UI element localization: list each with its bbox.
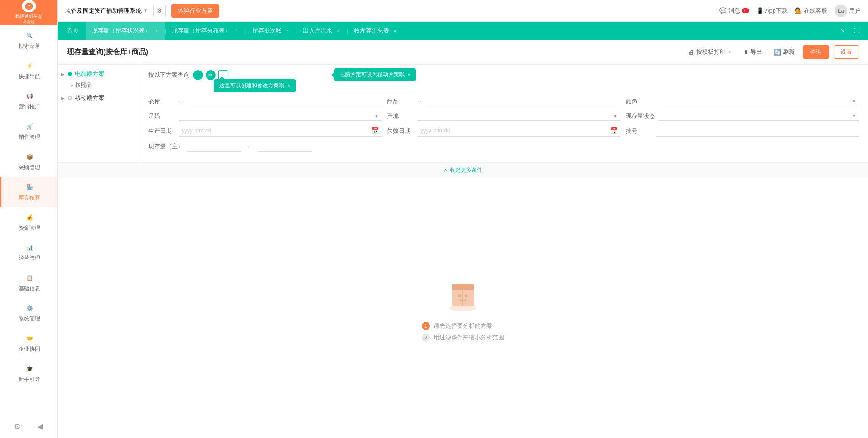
user-avatar: Ea bbox=[835, 5, 847, 17]
tab-close-inventory-dist[interactable]: × bbox=[233, 28, 240, 34]
schema-pc-header[interactable]: ▶ 电脑端方案 bbox=[58, 68, 139, 80]
step-1-num: 1 bbox=[422, 322, 430, 330]
app-download-label: App下载 bbox=[765, 7, 788, 15]
tab-inout-flow[interactable]: 出入库流水 × bbox=[297, 22, 347, 40]
logo-sub: 标准版 bbox=[23, 19, 35, 25]
edit-tooltip-text: 这里可以创建和修改方案哦 bbox=[219, 82, 284, 89]
empty-step-1: 1 请先选择要分析的方案 bbox=[422, 322, 504, 330]
app-download-action[interactable]: 📱 App下载 bbox=[756, 7, 788, 15]
filter-field-stock-qty: 现存量（主） — bbox=[148, 141, 859, 152]
tab-inventory-dist[interactable]: 现存量（库存分布表） × bbox=[166, 22, 245, 40]
pc-arrow-icon: ▶ bbox=[61, 72, 65, 77]
online-support-action[interactable]: 💁 在线客服 bbox=[795, 7, 827, 15]
sidebar: 畅捷通好生意 标准版 🔍 搜索菜单 ⚡ 快捷导航 📢 营销推广 🛒 销售管理 📦… bbox=[0, 0, 58, 438]
svg-point-5 bbox=[458, 294, 461, 297]
header-right: 💬 消息 6 📱 App下载 💁 在线客服 Ea 用户 bbox=[719, 5, 861, 17]
sidebar-item-basic[interactable]: 📋 基础信息 bbox=[0, 268, 57, 298]
finance-icon: 💰 bbox=[24, 212, 34, 222]
schema-mobile-header[interactable]: ▶ 移动端方案 bbox=[58, 92, 139, 104]
system-settings-btn[interactable]: ⚙ bbox=[153, 5, 166, 17]
operation-icon: 📊 bbox=[24, 243, 34, 253]
prod-date-from[interactable]: yyyy-mm-dd 📅 bbox=[179, 125, 382, 137]
filter-edit-btn[interactable]: ✏ bbox=[206, 70, 216, 80]
tab-home[interactable]: 首页 bbox=[60, 22, 86, 40]
sidebar-item-finance[interactable]: 💰 资金管理 bbox=[0, 207, 57, 237]
pc-group-label: 电脑端方案 bbox=[75, 70, 104, 78]
sidebar-nav: 🔍 搜索菜单 ⚡ 快捷导航 📢 营销推广 🛒 销售管理 📦 采购管理 🏪 库存核… bbox=[0, 25, 57, 414]
filter-schema-area: ▶ 电脑端方案 ▶ 按照品 ▶ 移动端方案 bbox=[58, 65, 868, 162]
sidebar-item-quick[interactable]: ⚡ 快捷导航 bbox=[0, 56, 57, 86]
sidebar-item-operation[interactable]: 📊 经营管理 bbox=[0, 237, 57, 268]
filter-field-batch: 批号 bbox=[626, 126, 859, 137]
filter-row-2: 尺码 ▼ 产地 ▼ bbox=[148, 112, 859, 121]
basic-icon: 📋 bbox=[24, 273, 34, 283]
filter-rows: 仓库 ··· 商品 ··· 颜色 bbox=[148, 96, 859, 152]
trial-button[interactable]: 体验行业方案 bbox=[171, 4, 219, 18]
schema-pc-sub: ▶ 按照品 bbox=[58, 80, 139, 90]
export-btn[interactable]: ⬆ 导出 bbox=[740, 46, 766, 58]
print-btn[interactable]: 🖨 按模板打印 ▼ bbox=[685, 46, 736, 58]
tab-batch-ledger[interactable]: 库存批次账 × bbox=[247, 22, 296, 40]
user-action[interactable]: Ea 用户 bbox=[835, 5, 861, 17]
empty-icon-wrapper bbox=[443, 274, 483, 316]
schema-tooltip-close-btn[interactable]: × bbox=[407, 72, 410, 78]
page-title-bar: 现存量查询(按仓库+商品) 🖨 按模板打印 ▼ ⬆ 导出 🔄 刷新 查询 设置 bbox=[58, 40, 868, 65]
warehouse-input[interactable] bbox=[189, 96, 382, 107]
origin-select[interactable]: ▼ bbox=[418, 112, 620, 121]
page-actions: 🖨 按模板打印 ▼ ⬆ 导出 🔄 刷新 查询 设置 bbox=[685, 45, 859, 59]
sidebar-item-system[interactable]: ⚙️ 系统管理 bbox=[0, 298, 57, 328]
collapse-bar[interactable]: ∧ 收起更多条件 bbox=[58, 162, 868, 178]
tab-receive-summary[interactable]: 收发存汇总表 × bbox=[349, 22, 404, 40]
tab-close-receive-summary[interactable]: × bbox=[392, 28, 398, 34]
export-icon: ⬆ bbox=[744, 49, 749, 56]
stock-status-select[interactable]: ▼ bbox=[659, 112, 859, 121]
collapse-sidebar-btn[interactable]: ◀ bbox=[34, 420, 47, 433]
sidebar-item-inventory[interactable]: 🏪 库存核算 bbox=[0, 177, 57, 207]
sidebar-item-enterprise[interactable]: 🤝 企业协同 bbox=[0, 328, 57, 358]
mobile-dot-icon bbox=[68, 96, 72, 100]
search-icon: 🔍 bbox=[24, 31, 34, 41]
tab-bar-right: × ⛶ bbox=[837, 25, 866, 36]
color-select[interactable]: ▼ bbox=[656, 97, 859, 106]
filter-field-size: 尺码 ▼ bbox=[148, 112, 382, 121]
setting-button[interactable]: 设置 bbox=[834, 45, 859, 59]
tab-bar: 首页 现存量（库存状况表） × | 现存量（库存分布表） × | 库存批次账 ×… bbox=[58, 22, 868, 40]
batch-input[interactable] bbox=[656, 126, 859, 137]
product-input[interactable] bbox=[427, 96, 620, 107]
tab-close-all-icon[interactable]: × bbox=[837, 25, 848, 36]
message-action[interactable]: 💬 消息 6 bbox=[719, 7, 749, 15]
settings-footer-btn[interactable]: ⚙ bbox=[11, 420, 24, 433]
sidebar-item-marketing[interactable]: 📢 营销推广 bbox=[0, 86, 57, 116]
tab-fullscreen-icon[interactable]: ⛶ bbox=[852, 25, 863, 36]
refresh-btn[interactable]: 🔄 刷新 bbox=[770, 46, 798, 58]
system-name: 装备及固定资产辅助管理系统 bbox=[65, 7, 142, 15]
filter-row-1: 仓库 ··· 商品 ··· 颜色 bbox=[148, 96, 859, 107]
filter-field-prod-date: 生产日期 yyyy-mm-dd 📅 bbox=[148, 125, 382, 137]
schema-panel: ▶ 电脑端方案 ▶ 按照品 ▶ 移动端方案 bbox=[58, 65, 139, 162]
quick-nav-icon: ⚡ bbox=[24, 61, 34, 71]
svg-point-0 bbox=[25, 2, 33, 10]
query-button[interactable]: 查询 bbox=[803, 45, 829, 59]
tab-inventory-status[interactable]: 现存量（库存状况表） × bbox=[86, 22, 165, 40]
tab-close-inventory-status[interactable]: × bbox=[153, 28, 160, 34]
schema-sub-item-product[interactable]: ▶ 按照品 bbox=[67, 80, 139, 90]
sidebar-item-purchase[interactable]: 📦 采购管理 bbox=[0, 146, 57, 177]
purchase-icon: 📦 bbox=[24, 152, 34, 162]
tab-close-batch-ledger[interactable]: × bbox=[284, 28, 291, 34]
product-dots: ··· bbox=[418, 98, 424, 106]
sidebar-item-newbie[interactable]: 🎓 新手引导 bbox=[0, 358, 57, 389]
stock-qty-to[interactable] bbox=[258, 141, 312, 152]
edit-tooltip-close-btn[interactable]: × bbox=[287, 83, 290, 89]
sidebar-item-search[interactable]: 🔍 搜索菜单 bbox=[0, 25, 57, 56]
expiry-date-from[interactable]: yyyy-mm-dd 📅 bbox=[418, 125, 620, 137]
system-name-dropdown[interactable]: 装备及固定资产辅助管理系统 ▼ bbox=[65, 7, 148, 15]
stock-qty-from[interactable] bbox=[187, 141, 241, 152]
tab-close-inout-flow[interactable]: × bbox=[335, 28, 341, 34]
newbie-icon: 🎓 bbox=[24, 364, 34, 374]
filter-add-btn[interactable]: + bbox=[193, 70, 203, 80]
user-label: 用户 bbox=[849, 7, 861, 15]
message-label: 消息 bbox=[728, 7, 740, 15]
size-select[interactable]: ▼ bbox=[179, 112, 382, 121]
sub-arrow-icon: ▶ bbox=[71, 83, 74, 88]
sidebar-item-sales[interactable]: 🛒 销售管理 bbox=[0, 116, 57, 146]
